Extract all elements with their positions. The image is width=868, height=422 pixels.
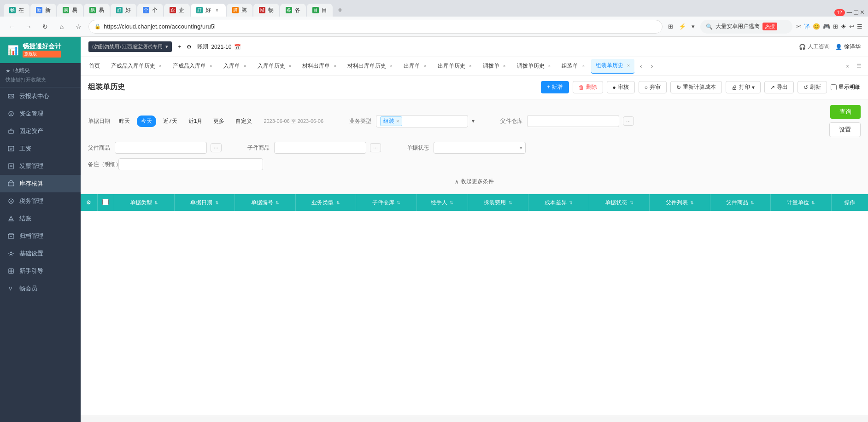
parent-warehouse-input[interactable] (527, 115, 619, 127)
more-tabs-button[interactable]: ☰ (854, 62, 864, 70)
maximize-button[interactable]: □ (854, 8, 858, 17)
tab-assemble[interactable]: 组装单 × (557, 59, 589, 74)
tab-transfer-history[interactable]: 调拨单历史 × (512, 59, 556, 74)
minimize-button[interactable]: ─ (847, 8, 852, 17)
close-all-button[interactable]: × (843, 62, 852, 70)
tab-mat-out-history-close[interactable]: × (390, 64, 393, 69)
forward-button[interactable]: → (22, 20, 35, 33)
set-button[interactable]: 设置 (829, 122, 861, 137)
lightning-button[interactable]: ⚡ (677, 21, 688, 32)
col-handler[interactable]: 经手人 ⇅ (416, 194, 468, 211)
sidebar-item-archive[interactable]: 归档管理 (0, 227, 81, 245)
tab-transfer[interactable]: 调拨单 × (478, 59, 510, 74)
nav-arrow-right[interactable]: › (647, 59, 657, 74)
browser-tab-12[interactable]: 目 目 (307, 4, 333, 17)
tab-out-history[interactable]: 出库单历史 × (433, 59, 476, 74)
service-button[interactable]: 🎧 人工咨询 (799, 43, 830, 51)
delete-button[interactable]: 🗑 删除 (573, 81, 603, 93)
child-goods-more[interactable]: ··· (370, 143, 381, 152)
tab-count-badge[interactable]: 12 (834, 9, 845, 16)
sidebar-item-invoice[interactable]: 发票管理 (0, 157, 81, 175)
sidebar-item-settlement[interactable]: 结账 (0, 210, 81, 227)
tab-assemble-history[interactable]: 组装单历史 × (591, 59, 634, 74)
tab-mat-out-close[interactable]: × (334, 64, 336, 69)
tab-transfer-history-close[interactable]: × (548, 64, 551, 69)
collapse-button[interactable]: ∧ 收起更多条件 (455, 178, 494, 185)
col-number[interactable]: 单据编号 ⇅ (235, 194, 295, 211)
browser-tab-6[interactable]: 个 个 (137, 4, 163, 17)
tab-assemble-close[interactable]: × (582, 64, 585, 69)
new-button[interactable]: + 新增 (541, 81, 569, 93)
col-cost-diff[interactable]: 成本差异 ⇅ (528, 194, 589, 211)
browser-tab-2[interactable]: 新 新 (30, 4, 56, 17)
date-btn-1month[interactable]: 近1月 (184, 116, 207, 127)
tab-prod-in[interactable]: 产成品入库单 × (168, 59, 217, 74)
sidebar-item-tax[interactable]: 税务管理 (0, 192, 81, 210)
col-unit[interactable]: 计量单位 ⇅ (771, 194, 832, 211)
remark-input[interactable] (118, 158, 263, 170)
col-child-warehouse[interactable]: 子件仓库 ⇅ (356, 194, 416, 211)
bookmark-button[interactable]: ☆ (72, 20, 85, 33)
browser-tab-8[interactable]: 好 好 × (191, 4, 226, 17)
qr-button[interactable]: ⊞ (666, 21, 675, 32)
child-goods-input[interactable] (274, 142, 366, 154)
tab-assemble-history-close[interactable]: × (627, 63, 630, 68)
refresh-browser-button[interactable]: ↻ (39, 20, 52, 33)
col-parent-goods[interactable]: 父件商品 ⇅ (710, 194, 770, 211)
tab-mat-out[interactable]: 材料出库单 × (298, 59, 341, 74)
back-button[interactable]: ← (6, 20, 18, 33)
tab-in-order[interactable]: 入库单 × (219, 59, 251, 74)
browser-tab-10[interactable]: M 畅 (253, 4, 279, 17)
bottom-bar[interactable] (81, 416, 868, 422)
tab-close-8[interactable]: × (214, 7, 220, 13)
sidebar-item-fund[interactable]: ¥ 资金管理 (0, 105, 81, 122)
recalc-button[interactable]: ↻ 重新计算成本 (670, 81, 722, 93)
tab-in-order-close[interactable]: × (244, 64, 246, 69)
biz-type-dropdown-icon[interactable]: ▾ (472, 118, 475, 124)
close-window-button[interactable]: × (860, 8, 864, 17)
sidebar-item-inventory[interactable]: 库存核算 (0, 175, 81, 192)
browser-tab-4[interactable]: 易 易 (84, 4, 110, 17)
tab-prod-in-close[interactable]: × (210, 64, 212, 69)
status-select[interactable]: ▾ (434, 142, 526, 154)
tab-prod-in-history-close[interactable]: × (159, 64, 162, 69)
col-parent-list[interactable]: 父件列表 ⇅ (650, 194, 710, 211)
show-detail-checkbox-wrap[interactable]: 显示明细 (831, 83, 861, 91)
select-all-checkbox[interactable] (102, 199, 109, 205)
tab-in-history[interactable]: 入库单历史 × (253, 59, 296, 74)
audit-button[interactable]: ● 审核 (607, 81, 635, 93)
sidebar-item-guide[interactable]: 新手引导 (0, 262, 81, 280)
new-tab-button[interactable]: + (334, 4, 346, 17)
query-button[interactable]: 查询 (830, 105, 861, 119)
browser-tab-5[interactable]: 好 好 (111, 4, 136, 17)
tab-transfer-close[interactable]: × (503, 64, 506, 69)
col-type[interactable]: 单据类型 ⇅ (114, 194, 174, 211)
browser-tab-9[interactable]: 腾 腾 (227, 4, 252, 17)
emoji-button[interactable]: 😊 (813, 23, 820, 30)
date-btn-more[interactable]: 更多 (209, 116, 229, 127)
browser-tab-3[interactable]: 易 易 (57, 4, 83, 17)
user-info[interactable]: 👤 徐泽华 (835, 43, 861, 51)
menu-button[interactable]: ☰ (857, 23, 862, 30)
biz-type-input[interactable]: 组装 × (376, 115, 468, 127)
nav-arrow-left[interactable]: ‹ (636, 59, 645, 74)
table-settings-col[interactable]: ⚙ (81, 194, 97, 211)
scissors-button[interactable]: ✂ (796, 23, 801, 30)
col-biz-type[interactable]: 业务类型 ⇅ (295, 194, 356, 211)
date-btn-7days[interactable]: 近7天 (159, 116, 182, 127)
col-disassemble-fee[interactable]: 拆装费用 ⇅ (468, 194, 528, 211)
sidebar-item-vip[interactable]: V 畅会员 (0, 280, 81, 297)
sun-button[interactable]: ☀ (841, 23, 846, 30)
home-browser-button[interactable]: ⌂ (55, 20, 68, 33)
add-company-button[interactable]: + (178, 44, 181, 50)
dropdown-button[interactable]: ▾ (690, 21, 697, 32)
game-button[interactable]: 🎮 (823, 23, 830, 30)
search-box[interactable]: 🔍 大量安卓用户逃离 热搜 (700, 20, 792, 34)
print-button[interactable]: 🖨 打印 ▾ (726, 81, 761, 93)
sidebar-item-cloud-report[interactable]: 云报表中心 (0, 87, 81, 105)
sidebar-item-fixed-assets[interactable]: 固定资产 (0, 122, 81, 140)
settings-gear-button[interactable]: ⚙ (187, 44, 192, 50)
tab-out-history-close[interactable]: × (469, 64, 472, 69)
undo-button[interactable]: ↩ (849, 23, 854, 30)
parent-warehouse-more[interactable]: ··· (623, 116, 634, 126)
